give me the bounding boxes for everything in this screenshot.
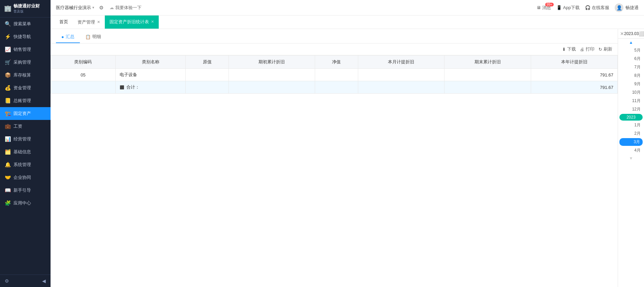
experience-label: 我要体验一下 — [115, 5, 142, 11]
sidebar-item-label: 应用中心 — [13, 200, 31, 206]
main-panel: ● 汇总 📋 明细 ⬇ 下载 🖨 打印 ↻ — [51, 29, 618, 287]
month-item-6[interactable]: 6月 — [618, 55, 644, 63]
sidebar-item-quick-nav[interactable]: ⚡ 快捷导航 — [0, 30, 51, 43]
messages-button[interactable]: 🖥 消息 99+ — [536, 5, 551, 11]
ledger-icon: 📒 — [5, 98, 11, 104]
summary-label: ⬛ 合计： — [115, 81, 185, 94]
month-item-1[interactable]: 1月 — [618, 121, 644, 129]
collab-icon: 🤝 — [5, 174, 11, 181]
month-item-12[interactable]: 12月 — [618, 105, 644, 114]
sidebar-subtitle: 普及版 — [13, 9, 40, 14]
customer-service-button[interactable]: 🎧 在线客服 — [585, 5, 609, 11]
month-item-4[interactable]: 4月 — [618, 146, 644, 155]
basic-info-icon: 🗂️ — [5, 149, 11, 155]
tab-depreciation-table[interactable]: 固定资产折旧统计表 ✕ — [105, 15, 159, 29]
sys-mgmt-icon: 🔔 — [5, 162, 11, 168]
sidebar-item-finance[interactable]: 💰 资金管理 — [0, 82, 51, 94]
sidebar-item-guide[interactable]: 📖 新手引导 — [0, 184, 51, 197]
sidebar-item-salary[interactable]: 💼 工资 — [0, 120, 51, 133]
customer-service-label: 在线客服 — [592, 5, 609, 11]
company-selector[interactable]: 医疗器械行业演示 ▾ — [56, 5, 94, 11]
sidebar-item-collab[interactable]: 🤝 企业协同 — [0, 171, 51, 184]
download-button[interactable]: ⬇ 下载 — [562, 46, 576, 52]
summary-opening-depr — [228, 81, 315, 94]
sub-tab-summary[interactable]: ● 汇总 — [56, 32, 80, 43]
col-closing-depreciation: 期末累计折旧 — [444, 56, 531, 69]
month-item-5[interactable]: 5月 — [618, 46, 644, 55]
collapse-sidebar-button[interactable]: ◀ — [42, 278, 46, 284]
sub-tab-detail[interactable]: 📋 明细 — [80, 32, 106, 43]
chevron-down-icon: ▾ — [92, 5, 94, 10]
expand-icon[interactable]: ⬜ — [639, 31, 644, 36]
tab-asset-mgmt[interactable]: 资产管理 ✕ — [73, 15, 105, 29]
sidebar-item-sales[interactable]: 📈 销售管理 — [0, 43, 51, 56]
summary-net-value — [315, 81, 358, 94]
side-panel-close-button[interactable]: ✕ — [620, 31, 624, 36]
summary-annual-depr: 791.67 — [531, 81, 618, 94]
month-item-7[interactable]: 7月 — [618, 63, 644, 71]
row-name: 电子设备 — [115, 69, 185, 81]
sidebar-item-purchase[interactable]: 🛒 采购管理 — [0, 56, 51, 69]
sidebar-footer: ⚙ ◀ — [0, 275, 51, 287]
sidebar-item-label: 经营管理 — [13, 136, 31, 142]
tabs-bar: 首页 资产管理 ✕ 固定资产折旧统计表 ✕ — [51, 15, 644, 29]
prev-year-button[interactable]: ▲ — [618, 39, 644, 46]
finance-icon: 💰 — [5, 85, 11, 91]
month-item-3[interactable]: 3月 — [619, 138, 643, 146]
sidebar-item-label: 快捷导航 — [13, 34, 31, 40]
topbar-right: 🖥 消息 99+ 📱 App下载 🎧 在线客服 👤 畅捷通 — [536, 3, 639, 12]
app-download-button[interactable]: 📱 App下载 — [556, 5, 580, 11]
summary-closing-depr — [444, 81, 531, 94]
tab-depreciation-close[interactable]: ✕ — [151, 20, 154, 24]
messages-badge: 99+ — [545, 3, 554, 6]
tab-home[interactable]: 首页 — [55, 15, 73, 29]
sub-tab-summary-label: 汇总 — [66, 34, 74, 40]
sidebar-item-inventory[interactable]: 📦 库存核算 — [0, 69, 51, 82]
user-menu[interactable]: 👤 畅捷通 — [615, 3, 639, 12]
month-item-8[interactable]: 8月 — [618, 71, 644, 80]
refresh-icon: ↻ — [599, 47, 602, 52]
sidebar-item-ledger[interactable]: 📒 总账管理 — [0, 94, 51, 107]
app-download-icon: 📱 — [556, 5, 562, 10]
month-item-9[interactable]: 9月 — [618, 80, 644, 88]
settings-icon[interactable]: ⚙ — [5, 278, 9, 284]
sidebar-item-label: 新手引导 — [13, 187, 31, 193]
month-item-2[interactable]: 2月 — [618, 129, 644, 138]
sidebar-item-fixed-assets[interactable]: 🏗️ 固定资产 — [0, 107, 51, 120]
app-center-icon: 🧩 — [5, 200, 11, 206]
month-item-10[interactable]: 10月 — [618, 88, 644, 97]
headset-icon: 🎧 — [585, 5, 590, 10]
experience-button[interactable]: ☁ 我要体验一下 — [110, 5, 142, 11]
sidebar-item-app-center[interactable]: 🧩 应用中心 — [0, 197, 51, 210]
tab-asset-mgmt-close[interactable]: ✕ — [97, 20, 100, 24]
summary-monthly-depr — [358, 81, 444, 94]
sub-tabs: ● 汇总 📋 明细 — [51, 29, 618, 43]
refresh-label: 刷新 — [604, 46, 612, 52]
sidebar-item-ops[interactable]: 📊 经营管理 — [0, 133, 51, 146]
main-area: 医疗器械行业演示 ▾ ⚙ ☁ 我要体验一下 🖥 消息 99+ 📱 App下载 🎧… — [51, 0, 644, 287]
logo-icon: 🏢 — [4, 5, 11, 12]
sidebar-item-search[interactable]: 🔍 搜索菜单 — [0, 18, 51, 30]
ops-icon: 📊 — [5, 136, 11, 142]
tab-asset-mgmt-label: 资产管理 — [78, 19, 95, 25]
print-button[interactable]: 🖨 打印 — [580, 46, 594, 52]
col-original-value: 原值 — [186, 56, 228, 69]
sidebar-item-label: 搜索菜单 — [13, 21, 31, 27]
gear-icon[interactable]: ⚙ — [99, 5, 103, 11]
sidebar-item-sys-mgmt[interactable]: 🔔 系统管理 — [0, 158, 51, 171]
month-item-11[interactable]: 11月 — [618, 97, 644, 105]
year-2023-label[interactable]: 2023 — [619, 114, 643, 121]
sidebar-item-basic-info[interactable]: 🗂️ 基础信息 — [0, 146, 51, 158]
tab-depreciation-label: 固定资产折旧统计表 — [110, 19, 149, 25]
col-monthly-depreciation: 本月计提折旧 — [358, 56, 444, 69]
sidebar-nav: 🔍 搜索菜单 ⚡ 快捷导航 📈 销售管理 🛒 采购管理 📦 库存核算 💰 资金管… — [0, 18, 51, 275]
sales-icon: 📈 — [5, 46, 11, 53]
next-year-button[interactable]: ▼ — [618, 155, 644, 162]
salary-icon: 💼 — [5, 123, 11, 129]
tab-home-label: 首页 — [59, 19, 68, 25]
summary-row: ⬛ 合计： 791.67 — [51, 81, 618, 94]
refresh-button[interactable]: ↻ 刷新 — [599, 46, 612, 52]
side-panel-title: 2023.03 — [624, 31, 639, 36]
year-month-list: ▲ 5月 6月 7月 8月 9月 10月 11月 12月 2023 1月 2月 … — [618, 39, 644, 287]
summary-tab-icon: ● — [61, 34, 64, 39]
